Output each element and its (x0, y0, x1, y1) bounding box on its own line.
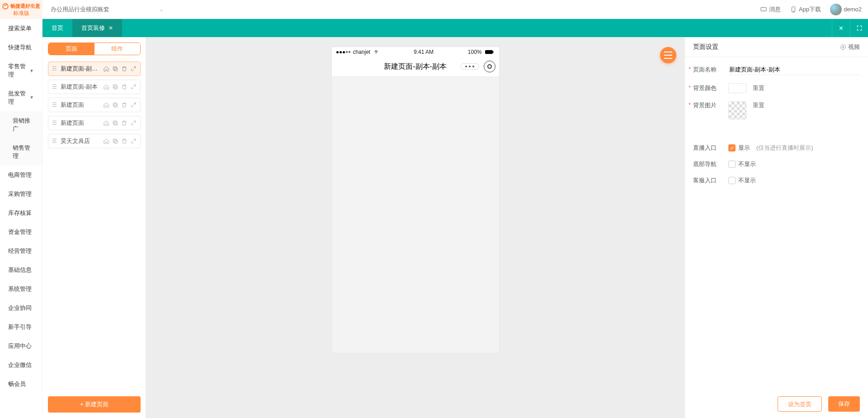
drag-icon[interactable]: ☰ (52, 102, 57, 108)
export-icon[interactable] (130, 102, 137, 108)
copy-icon[interactable] (112, 138, 118, 144)
bg-image-picker[interactable] (728, 101, 746, 119)
delete-icon[interactable] (121, 120, 127, 126)
svg-rect-16 (492, 51, 493, 53)
bg-color-label: 背景颜色 (693, 84, 722, 92)
sidebar-item-quicknav[interactable]: 快捷导航 (0, 38, 42, 57)
home-icon[interactable] (103, 102, 109, 108)
miniprogram-close[interactable] (484, 61, 495, 72)
delete-icon[interactable] (121, 84, 127, 90)
page-list-panel: 页面 组件 ☰ 新建页面-副本-... (42, 37, 146, 418)
video-help-link[interactable]: 视频 (840, 43, 860, 51)
page-card[interactable]: ☰ 新建页面-副本 (48, 80, 141, 94)
delete-icon[interactable] (121, 66, 127, 72)
delete-icon[interactable] (121, 138, 127, 144)
sidebar-item-purchase[interactable]: 采购管理 (0, 185, 42, 204)
sidebar-item-system[interactable]: 系统管理 (0, 280, 42, 299)
sidebar: 搜索菜单 快捷导航 零售管理▼ 批发管理▲ 营销推广 销售管理 电商管理 采购管… (0, 19, 42, 418)
sidebar-item-retail[interactable]: 零售管理▼ (0, 57, 42, 84)
sidebar-item-basicinfo[interactable]: 基础信息 (0, 261, 42, 280)
sidebar-item-finance[interactable]: 资金管理 (0, 223, 42, 242)
live-entry-checkbox[interactable]: 显示 (728, 144, 750, 152)
close-all-button[interactable]: ✕ (832, 19, 850, 37)
sidebar-item-guide[interactable]: 新手引导 (0, 318, 42, 337)
sidebar-item-ecommerce[interactable]: 电商管理 (0, 166, 42, 185)
sidebar-item-inventory[interactable]: 库存核算 (0, 204, 42, 223)
avatar (830, 4, 842, 15)
copy-icon[interactable] (112, 120, 118, 126)
drag-icon[interactable]: ☰ (52, 84, 57, 90)
svg-rect-12 (114, 140, 118, 143)
sidebar-item-marketing[interactable]: 营销推广 (0, 111, 42, 138)
delete-icon[interactable] (121, 102, 127, 108)
settings-title: 页面设置 (693, 43, 718, 51)
wifi-icon (373, 50, 379, 54)
copy-icon[interactable] (112, 84, 118, 90)
messages-link[interactable]: 消息 (760, 5, 781, 14)
copy-icon[interactable] (112, 66, 118, 72)
save-button[interactable]: 保存 (828, 396, 860, 412)
sidebar-item-operation[interactable]: 经营管理 (0, 242, 42, 261)
copy-icon[interactable] (112, 102, 118, 108)
miniprogram-menu[interactable] (460, 63, 479, 70)
tab-home-design[interactable]: 首页装修 ✕ (72, 19, 122, 37)
home-icon[interactable] (103, 120, 109, 126)
bg-image-reset[interactable]: 重置 (753, 101, 764, 109)
status-time: 9:41 AM (414, 49, 434, 55)
close-icon: ✕ (839, 25, 844, 32)
brand-sub: 标准版 (13, 10, 29, 16)
drag-icon[interactable]: ☰ (52, 66, 57, 72)
close-icon[interactable]: ✕ (108, 25, 113, 31)
export-icon[interactable] (130, 84, 137, 90)
logo[interactable]: 畅捷通好生意 标准版 (0, 0, 42, 19)
sidebar-item-member[interactable]: 畅会员 (0, 375, 42, 394)
sidebar-item-appcenter[interactable]: 应用中心 (0, 337, 42, 356)
segment-component[interactable]: 组件 (94, 43, 141, 55)
segment-page[interactable]: 页面 (48, 43, 94, 55)
chat-icon (760, 6, 767, 13)
page-card[interactable]: ☰ 新建页面-副本-... (48, 62, 141, 76)
sidebar-item-search[interactable]: 搜索菜单 (0, 19, 42, 38)
home-icon[interactable] (103, 84, 109, 90)
phone-icon (790, 6, 797, 13)
brand-name: 畅捷通好生意 (10, 4, 40, 9)
tenant-selector[interactable]: 办公用品行业模拟账套 (51, 5, 109, 14)
svg-rect-13 (113, 139, 116, 142)
set-home-button[interactable]: 设为首页 (778, 396, 822, 412)
user-menu[interactable]: demo2 (830, 4, 862, 15)
home-icon[interactable] (103, 66, 109, 72)
bottom-nav-checkbox[interactable]: 不显示 (728, 160, 756, 168)
page-card[interactable]: ☰ 昊天文具店 (48, 134, 141, 148)
export-icon[interactable] (130, 120, 137, 126)
panel-toggle-button[interactable] (660, 47, 676, 63)
logo-icon (2, 3, 9, 10)
fullscreen-button[interactable] (850, 19, 868, 37)
home-icon[interactable] (103, 138, 109, 144)
sidebar-item-wholesale[interactable]: 批发管理▲ (0, 84, 42, 111)
sidebar-item-collab[interactable]: 企业协同 (0, 299, 42, 318)
export-icon[interactable] (130, 138, 137, 144)
sidebar-item-wechat[interactable]: 企业微信 (0, 356, 42, 375)
checkbox-icon (728, 144, 736, 152)
export-icon[interactable] (130, 66, 137, 72)
phone-frame: chanjet 9:41 AM 100% 新建页面-副本-副本 (332, 47, 499, 353)
page-title: 新建页面-副本-副本 (384, 62, 447, 71)
bg-color-reset[interactable]: 重置 (753, 84, 764, 92)
sidebar-item-sales[interactable]: 销售管理 (0, 138, 42, 166)
bg-color-swatch[interactable] (728, 83, 746, 93)
segment-control: 页面 组件 (48, 43, 141, 55)
status-bar: chanjet 9:41 AM 100% (332, 47, 499, 57)
drag-icon[interactable]: ☰ (52, 138, 57, 144)
app-download-link[interactable]: App下载 (790, 5, 821, 14)
caret-up-icon: ▲ (29, 95, 34, 100)
caret-icon: ▼ (29, 68, 34, 73)
new-page-button[interactable]: + 新建页面 (48, 396, 141, 413)
drag-icon[interactable]: ☰ (52, 120, 57, 126)
page-card[interactable]: ☰ 新建页面 (48, 116, 141, 130)
tab-home[interactable]: 首页 (42, 19, 72, 37)
signal-icon (336, 51, 350, 53)
kf-entry-checkbox[interactable]: 不显示 (728, 176, 756, 185)
page-name-input[interactable] (728, 64, 860, 75)
page-card[interactable]: ☰ 新建页面 (48, 98, 141, 112)
phone-navbar: 新建页面-副本-副本 (332, 57, 499, 77)
